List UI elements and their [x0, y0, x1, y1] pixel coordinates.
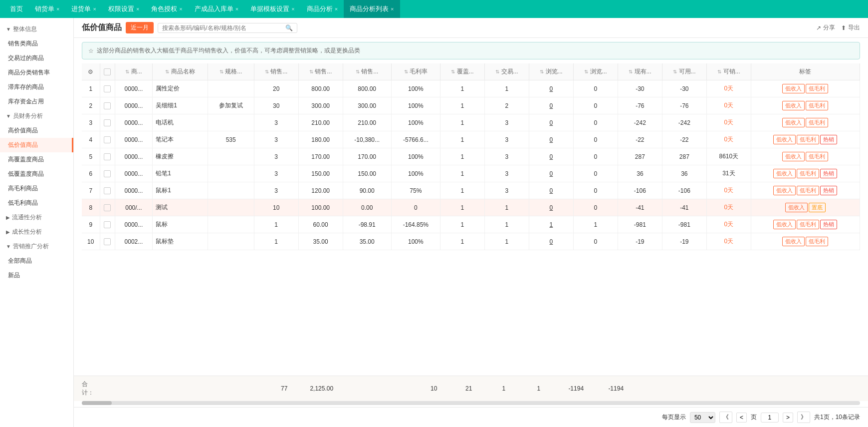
- nav-purchase-close[interactable]: ×: [93, 0, 96, 18]
- cell-days: 0天: [706, 80, 751, 97]
- cell-days: 31天: [706, 165, 751, 182]
- view1-value[interactable]: 0: [550, 119, 553, 126]
- sidebar-item-low-margin[interactable]: 低毛利商品: [0, 196, 73, 210]
- row-checkbox[interactable]: [104, 85, 111, 92]
- cell-checkbox[interactable]: [100, 199, 115, 216]
- checkbox-all[interactable]: [104, 68, 111, 75]
- search-icon[interactable]: 🔍: [285, 24, 293, 31]
- view1-value[interactable]: 0: [550, 187, 553, 194]
- cell-stock: -106: [618, 182, 662, 199]
- row-checkbox[interactable]: [104, 153, 111, 160]
- sidebar-item-all-products[interactable]: 全部商品: [0, 254, 73, 268]
- cell-tags: 低收入低毛利: [751, 114, 860, 131]
- sidebar-item-high-margin[interactable]: 高毛利商品: [0, 181, 73, 196]
- filter-recent-month[interactable]: 近一月: [126, 22, 154, 33]
- row-checkbox[interactable]: [104, 170, 111, 177]
- prev-page-btn[interactable]: <: [736, 413, 747, 423]
- view1-value[interactable]: 0: [550, 170, 553, 177]
- cell-available: -242: [662, 114, 706, 131]
- sidebar-item-capital[interactable]: 库存资金占用: [0, 94, 73, 109]
- cell-checkbox[interactable]: [100, 216, 115, 233]
- cell-tags: 低收入低毛利热销: [751, 131, 860, 148]
- page-input[interactable]: [761, 413, 779, 423]
- nav-analysis-close[interactable]: ×: [335, 0, 338, 18]
- nav-sales-close[interactable]: ×: [56, 0, 59, 18]
- cell-checkbox[interactable]: [100, 97, 115, 114]
- cell-checkbox[interactable]: [100, 148, 115, 165]
- nav-sales[interactable]: 销货单 ×: [29, 0, 65, 18]
- tag: 低毛利: [806, 101, 828, 110]
- next-page-btn[interactable]: >: [783, 413, 793, 423]
- row-checkbox[interactable]: [104, 136, 111, 143]
- view1-value[interactable]: 0: [550, 102, 553, 109]
- scrollbar-thumb[interactable]: [82, 401, 112, 405]
- nav-permission[interactable]: 权限设置 ×: [102, 0, 145, 18]
- sidebar-section-growth[interactable]: ▶ 成长性分析: [0, 225, 73, 239]
- nav-analysis[interactable]: 商品分析 ×: [301, 0, 344, 18]
- sidebar-section-overview[interactable]: ▼ 整体信息: [0, 22, 73, 36]
- nav-purchase[interactable]: 进货单 ×: [65, 0, 102, 18]
- nav-analysis-list[interactable]: 商品分析列表 ×: [344, 0, 400, 18]
- cell-checkbox[interactable]: [100, 165, 115, 182]
- export-button[interactable]: ⬆ 导出: [841, 23, 860, 32]
- nav-product-in-close[interactable]: ×: [235, 0, 238, 18]
- cell-checkbox[interactable]: [100, 182, 115, 199]
- row-checkbox[interactable]: [104, 238, 111, 245]
- tag: 低收入: [773, 186, 796, 195]
- nav-template[interactable]: 单据模板设置 ×: [244, 0, 300, 18]
- cell-name: 吴细细1: [153, 97, 208, 114]
- view1-value[interactable]: 0: [550, 153, 553, 160]
- sidebar-item-high-value[interactable]: 高价值商品: [0, 123, 73, 138]
- view1-value[interactable]: 1: [550, 221, 553, 228]
- nav-home[interactable]: 首页: [4, 0, 29, 18]
- per-page-select[interactable]: 50 100: [690, 412, 715, 423]
- nav-product-in[interactable]: 产成品入库单 ×: [189, 0, 244, 18]
- sidebar-item-category-rate[interactable]: 商品分类销售率: [0, 65, 73, 80]
- view1-value[interactable]: 0: [550, 85, 553, 92]
- sidebar-item-low-value[interactable]: 低价值商品: [0, 138, 73, 152]
- horizontal-scrollbar[interactable]: [82, 401, 860, 405]
- sidebar-item-sales-product[interactable]: 销售类商品: [0, 36, 73, 51]
- sidebar-section-flow[interactable]: ▶ 流通性分析: [0, 210, 73, 225]
- view1-value[interactable]: 0: [550, 136, 553, 143]
- sidebar-section-finance[interactable]: ▼ 员财务分析: [0, 109, 73, 123]
- cell-name: 鼠标: [153, 216, 208, 233]
- cell-s3: 800.00: [343, 80, 391, 97]
- view1-value[interactable]: 0: [550, 238, 553, 245]
- nav-analysis-list-close[interactable]: ×: [391, 0, 394, 18]
- search-input[interactable]: [162, 24, 283, 31]
- cell-margin: 100%: [391, 148, 440, 165]
- cell-checkbox[interactable]: [100, 131, 115, 148]
- cell-checkbox[interactable]: [100, 233, 115, 250]
- sidebar-item-slow[interactable]: 滞库存的商品: [0, 80, 73, 94]
- sidebar-item-new[interactable]: 新品: [0, 268, 73, 283]
- nav-role-close[interactable]: ×: [179, 0, 182, 18]
- cell-view1: 0: [529, 233, 573, 250]
- total-col7: 1: [486, 385, 521, 392]
- sidebar-item-high-coverage[interactable]: 高覆盖度商品: [0, 152, 73, 167]
- sidebar-item-traded[interactable]: 交易过的商品: [0, 51, 73, 65]
- row-checkbox[interactable]: [104, 187, 111, 194]
- tag: 热销: [820, 135, 837, 144]
- nav-permission-close[interactable]: ×: [136, 0, 139, 18]
- nav-template-close[interactable]: ×: [291, 0, 294, 18]
- col-setting[interactable]: ⚙: [82, 63, 100, 80]
- share-button[interactable]: ↗ 分享: [816, 23, 835, 32]
- last-page-btn[interactable]: 》: [797, 412, 810, 423]
- row-checkbox[interactable]: [104, 119, 111, 126]
- cell-num: 4: [82, 131, 100, 148]
- cell-checkbox[interactable]: [100, 80, 115, 97]
- first-page-btn[interactable]: 《: [719, 412, 732, 423]
- nav-role[interactable]: 角色授权 ×: [145, 0, 188, 18]
- cell-view1: 0: [529, 131, 573, 148]
- col-checkbox-all[interactable]: [100, 63, 115, 80]
- sidebar-item-low-coverage[interactable]: 低覆盖度商品: [0, 167, 73, 181]
- cell-checkbox[interactable]: [100, 114, 115, 131]
- export-icon: ⬆: [841, 24, 846, 31]
- row-checkbox[interactable]: [104, 204, 111, 211]
- view1-value[interactable]: 0: [550, 204, 553, 211]
- cell-days: 0天: [706, 182, 751, 199]
- row-checkbox[interactable]: [104, 221, 111, 228]
- sidebar-section-marketing[interactable]: ▼ 营销推广分析: [0, 239, 73, 254]
- row-checkbox[interactable]: [104, 102, 111, 109]
